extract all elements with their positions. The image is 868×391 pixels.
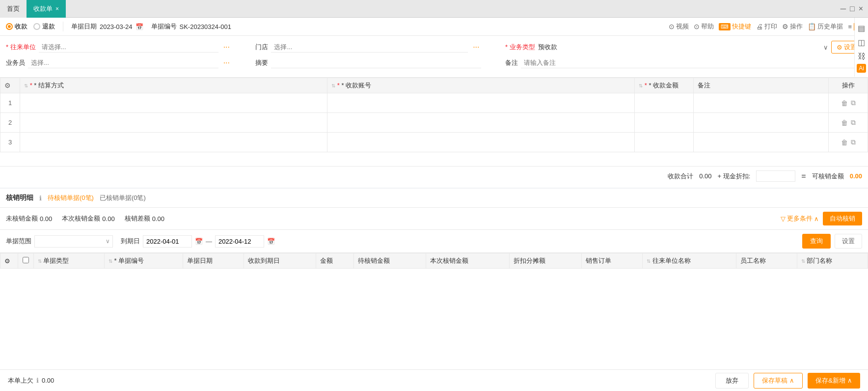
store-input[interactable]	[271, 42, 468, 53]
col-remark-header: 备注	[694, 78, 829, 93]
row-2-account[interactable]	[327, 113, 635, 133]
shortcut-btn[interactable]: ⌨ 快捷键	[719, 22, 751, 31]
footer-info-label: 本单上欠	[8, 376, 33, 385]
select-all-checkbox[interactable]	[23, 257, 29, 263]
customer-more-btn[interactable]: ···	[221, 43, 232, 52]
more-filter-btn[interactable]: ▽ 更多条件 ∧	[781, 214, 819, 223]
col-account-header: ⇅ * * 收款账号	[327, 78, 635, 93]
sort-customer-icon: ⇅	[647, 258, 651, 264]
row-2-payment[interactable]	[20, 113, 327, 133]
bottom-settings-icon[interactable]: ⚙	[4, 257, 10, 265]
sidebar-layout-icon[interactable]: ◫	[857, 36, 866, 49]
customer-input[interactable]	[39, 42, 218, 53]
remarks-input[interactable]	[521, 57, 862, 68]
toolbar: 收款 退款 单据日期 2023-03-24 📅 单据编号 SK-20230324…	[0, 18, 868, 36]
sort-payment-icon: ⇅	[24, 83, 28, 88]
discount-input[interactable]	[756, 170, 795, 182]
tab-bar: 首页 收款单 × ─ □ ×	[0, 0, 868, 18]
help-btn[interactable]: ⊙ 帮助	[694, 22, 714, 31]
abandon-btn[interactable]: 放弃	[715, 373, 749, 389]
help-icon: ⊙	[694, 23, 700, 30]
row-3-copy-icon[interactable]: ⧉	[851, 138, 856, 146]
done-tab[interactable]: 已核销单据(0笔)	[100, 194, 146, 202]
type-chevron-icon[interactable]: ∨	[823, 44, 828, 51]
row-3-payment[interactable]	[20, 133, 327, 152]
date-value[interactable]: 2023-03-24	[100, 23, 133, 30]
video-btn[interactable]: ⊙ 视频	[669, 22, 689, 31]
store-more-btn[interactable]: ···	[471, 43, 481, 52]
writeoff-info-icon[interactable]: ℹ	[39, 195, 42, 202]
date2-calendar-icon[interactable]: 📅	[267, 238, 275, 245]
footer-info-icon[interactable]: ℹ	[36, 377, 39, 384]
col-settings-header[interactable]: ⚙	[0, 78, 20, 93]
row-3-delete-icon[interactable]: 🗑	[841, 139, 848, 146]
net-value: 0.00	[850, 172, 862, 180]
filter-date2-input[interactable]	[215, 235, 264, 248]
save-draft-label: 保存草稿	[762, 376, 787, 385]
row-1-account[interactable]	[327, 93, 635, 113]
col-due-header: 收款到期日	[244, 253, 316, 269]
row-3-ops: 🗑 ⧉	[829, 133, 868, 152]
minimize-icon[interactable]: ─	[841, 4, 846, 13]
filter-range-select[interactable]	[34, 235, 113, 248]
staff-label: 业务员	[6, 58, 25, 67]
row-2-amount[interactable]	[635, 113, 694, 133]
tab-current[interactable]: 收款单 ×	[27, 0, 66, 18]
store-label: 门店	[255, 43, 268, 52]
maximize-icon[interactable]: □	[850, 4, 855, 13]
summary-field: 摘要	[255, 57, 481, 68]
row-3-remark[interactable]	[694, 133, 829, 152]
col-payment-header: ⇅ * * 结算方式	[20, 78, 327, 93]
row-1-remark[interactable]	[694, 93, 829, 113]
sidebar-table-icon[interactable]: ▤	[857, 22, 866, 35]
table-settings-icon[interactable]: ⚙	[4, 82, 11, 89]
row-2-delete-icon[interactable]: 🗑	[841, 119, 848, 127]
tab-close-icon[interactable]: ×	[55, 5, 59, 12]
sidebar-ai-icon[interactable]: Ai	[857, 64, 866, 73]
row-1-payment[interactable]	[20, 93, 327, 113]
filter-date1-input[interactable]	[143, 235, 192, 248]
print-btn[interactable]: 🖨 打印	[756, 22, 777, 31]
list-view-icon[interactable]: ≡	[848, 23, 852, 30]
sort-dept-icon: ⇅	[801, 258, 805, 264]
filter-row: 单据范围 ∨ 到期日 📅 — 📅 查询 设置	[0, 230, 868, 253]
row-2-remark[interactable]	[694, 113, 829, 133]
form-area: * 往来单位 ··· 门店 ··· * 业务类型 预收款 ∨ ⚙ 设置	[0, 36, 868, 78]
row-1-copy-icon[interactable]: ⧉	[851, 99, 856, 107]
sidebar-link-icon[interactable]: ⛓	[857, 50, 866, 63]
table-area: ⚙ ⇅ * * 结算方式 ⇅ * * 收款账号 ⇅ *	[0, 78, 868, 166]
radio-refund-dot	[33, 23, 40, 30]
history-btn[interactable]: 📋 历史单据	[808, 22, 843, 31]
row-3-account[interactable]	[327, 133, 635, 152]
pending-tab[interactable]: 待核销单据(0笔)	[48, 194, 94, 202]
filter-range-select-wrapper: ∨	[34, 235, 113, 248]
staff-input[interactable]	[28, 57, 218, 68]
col-discount-header: 折扣分摊额	[510, 253, 582, 269]
ops-btn[interactable]: ⚙ 操作	[782, 22, 803, 31]
calendar-icon[interactable]: 📅	[136, 23, 143, 30]
tab-home[interactable]: 首页	[0, 0, 27, 18]
date1-calendar-icon[interactable]: 📅	[195, 238, 203, 245]
radio-receipt[interactable]: 收款	[6, 22, 27, 31]
staff-more-btn[interactable]: ···	[221, 58, 232, 67]
save-new-btn[interactable]: 保存&新增 ∧	[808, 373, 860, 389]
col-staff-header: 员工名称	[736, 253, 797, 269]
radio-refund[interactable]: 退款	[33, 22, 55, 31]
print-icon: 🖨	[756, 23, 763, 30]
radio-refund-label: 退款	[42, 22, 55, 31]
row-1-ops: 🗑 ⧉	[829, 93, 868, 113]
current-writeoff-value: 0.00	[102, 215, 114, 223]
window-close-icon[interactable]: ×	[859, 4, 863, 13]
row-3-amount[interactable]	[635, 133, 694, 152]
row-1-amount[interactable]	[635, 93, 694, 113]
summary-input[interactable]	[271, 57, 481, 68]
query-btn[interactable]: 查询	[802, 234, 831, 249]
table-row: 2 🗑 ⧉	[0, 113, 868, 133]
filter-settings-btn[interactable]: 设置	[835, 234, 862, 249]
col-settings-header-2[interactable]: ⚙	[0, 253, 18, 269]
auto-writeoff-btn[interactable]: 自动核销	[823, 212, 862, 225]
summary-row: 收款合计 0.00 + 现金折扣: = 可核销金额 0.00	[0, 166, 868, 186]
row-2-copy-icon[interactable]: ⧉	[851, 118, 856, 127]
row-1-delete-icon[interactable]: 🗑	[841, 99, 848, 107]
save-draft-btn[interactable]: 保存草稿 ∧	[754, 373, 803, 389]
